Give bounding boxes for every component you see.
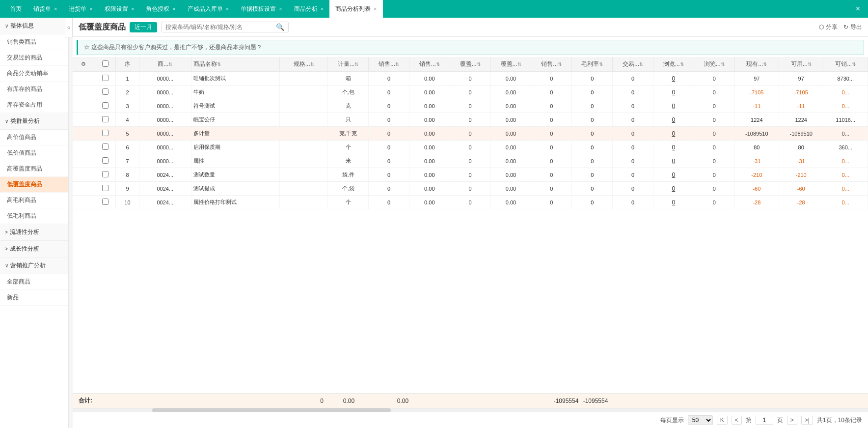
filter-recent-month-button[interactable]: 近一月 bbox=[130, 22, 157, 32]
th-check[interactable] bbox=[95, 57, 115, 72]
check-cell[interactable] bbox=[95, 196, 115, 209]
close-icon[interactable]: × bbox=[279, 6, 282, 12]
sidebar-item-low-coverage[interactable]: 低覆盖度商品 bbox=[0, 177, 68, 193]
row-checkbox[interactable] bbox=[102, 199, 108, 205]
nav-tab-template[interactable]: 单据模板设置 × bbox=[235, 0, 288, 18]
browse1-cell[interactable]: 0 bbox=[653, 196, 694, 209]
nav-tab-permission[interactable]: 权限设置 × bbox=[99, 0, 140, 18]
nav-tab-sales[interactable]: 销货单 × bbox=[27, 0, 63, 18]
sidebar-section-circulation[interactable]: > 流通性分析 bbox=[0, 224, 68, 241]
current-page-input[interactable] bbox=[756, 416, 773, 425]
check-cell[interactable] bbox=[95, 72, 115, 86]
browse1-cell[interactable]: 0 bbox=[653, 127, 694, 141]
sidebar-section-group[interactable]: ∨ 类群量分析 bbox=[0, 113, 68, 130]
sidebar-item-low-value[interactable]: 低价值商品 bbox=[0, 145, 68, 161]
close-icon[interactable]: × bbox=[54, 6, 57, 12]
sidebar-item-high-value[interactable]: 高价值商品 bbox=[0, 130, 68, 145]
export-button[interactable]: ↻ 导出 bbox=[843, 23, 862, 31]
nav-tab-analysis-list[interactable]: 商品分析列表 × bbox=[329, 0, 382, 18]
check-cell[interactable] bbox=[95, 141, 115, 154]
nav-tab-analysis[interactable]: 商品分析 × bbox=[288, 0, 329, 18]
close-icon[interactable]: × bbox=[374, 6, 377, 12]
browse1-cell[interactable]: 0 bbox=[653, 168, 694, 182]
sidebar-item-new-goods[interactable]: 新品 bbox=[0, 290, 68, 306]
share-button[interactable]: ⬡ 分享 bbox=[819, 23, 838, 31]
close-icon[interactable]: × bbox=[226, 6, 229, 12]
nav-tab-warehouse[interactable]: 产成品入库单 × bbox=[182, 0, 235, 18]
select-all-checkbox[interactable] bbox=[102, 60, 108, 67]
next-page-button[interactable]: > bbox=[787, 416, 797, 425]
prev-page-button[interactable]: < bbox=[732, 416, 742, 425]
sidebar-item-all-goods[interactable]: 全部商品 bbox=[0, 274, 68, 290]
sidebar-item-traded-goods[interactable]: 交易过的商品 bbox=[0, 50, 68, 66]
row-checkbox[interactable] bbox=[102, 143, 108, 150]
close-icon[interactable]: × bbox=[89, 6, 92, 12]
sidebar-item-high-coverage[interactable]: 高覆盖度商品 bbox=[0, 161, 68, 177]
row-checkbox[interactable] bbox=[102, 116, 108, 122]
browse1-cell[interactable]: 0 bbox=[653, 99, 694, 113]
check-cell[interactable] bbox=[95, 99, 115, 113]
sidebar-collapse-button[interactable]: « bbox=[65, 18, 73, 37]
row-checkbox[interactable] bbox=[102, 185, 108, 191]
close-all-button[interactable]: × bbox=[852, 2, 864, 15]
th-browse1[interactable]: 浏览...⇅ bbox=[653, 57, 694, 72]
row-checkbox[interactable] bbox=[102, 171, 108, 177]
sidebar-item-high-profit[interactable]: 高毛利商品 bbox=[0, 193, 68, 208]
th-spec[interactable]: 规格...⇅ bbox=[280, 57, 328, 72]
th-cover1[interactable]: 覆盖...⇅ bbox=[450, 57, 490, 72]
th-code[interactable]: 商...⇅ bbox=[139, 57, 191, 72]
sidebar-item-sales-goods[interactable]: 销售类商品 bbox=[0, 34, 68, 50]
row-checkbox[interactable] bbox=[102, 88, 108, 95]
close-icon[interactable]: × bbox=[172, 6, 175, 12]
th-settings[interactable]: ⚙ bbox=[73, 57, 95, 72]
th-sale-amt[interactable]: 销售...⇅ bbox=[409, 57, 450, 72]
nav-tab-home[interactable]: 首页 bbox=[4, 0, 27, 18]
sale-qty-cell: 0 bbox=[369, 182, 409, 196]
last-page-button[interactable]: >| bbox=[801, 416, 813, 425]
nav-tab-role[interactable]: 角色授权 × bbox=[140, 0, 181, 18]
row-checkbox[interactable] bbox=[102, 157, 108, 164]
browse1-cell[interactable]: 0 bbox=[653, 182, 694, 196]
browse1-cell[interactable]: 0 bbox=[653, 154, 694, 168]
check-cell[interactable] bbox=[95, 86, 115, 99]
browse1-cell[interactable]: 0 bbox=[653, 86, 694, 99]
first-page-button[interactable]: K bbox=[717, 416, 728, 425]
browse1-cell[interactable]: 0 bbox=[653, 72, 694, 86]
close-icon[interactable]: × bbox=[321, 6, 324, 12]
th-current[interactable]: 现有...⇅ bbox=[734, 57, 779, 72]
th-trans[interactable]: 交易...⇅ bbox=[613, 57, 653, 72]
check-cell[interactable] bbox=[95, 113, 115, 127]
th-gross[interactable]: 毛利率⇅ bbox=[572, 57, 613, 72]
th-sale4[interactable]: 可销...⇅ bbox=[823, 57, 868, 72]
settings-cell bbox=[73, 113, 95, 127]
search-input[interactable] bbox=[165, 24, 276, 30]
th-name[interactable]: 商品名称⇅ bbox=[191, 57, 280, 72]
browse1-cell[interactable]: 0 bbox=[653, 141, 694, 154]
table-container[interactable]: ⚙ 序 商...⇅ 商品名称⇅ 规格...⇅ 计量...⇅ 销售...⇅ 销售.… bbox=[73, 55, 868, 393]
nav-tab-purchase[interactable]: 进货单 × bbox=[63, 0, 98, 18]
page-size-select[interactable]: 50 20 100 200 bbox=[688, 415, 713, 425]
sidebar-section-growth[interactable]: > 成长性分析 bbox=[0, 241, 68, 257]
th-sale3[interactable]: 销售...⇅ bbox=[531, 57, 572, 72]
row-checkbox[interactable] bbox=[102, 75, 108, 81]
th-sale-qty[interactable]: 销售...⇅ bbox=[369, 57, 409, 72]
sidebar-section-overall[interactable]: ∨ 整体信息 bbox=[0, 18, 68, 34]
sidebar-item-stock-goods[interactable]: 有库存的商品 bbox=[0, 82, 68, 97]
th-cover2[interactable]: 覆盖...⇅ bbox=[490, 57, 531, 72]
sale4-cell: 0... bbox=[823, 168, 868, 182]
th-browse2[interactable]: 浏览...⇅ bbox=[694, 57, 734, 72]
close-icon[interactable]: × bbox=[131, 6, 134, 12]
check-cell[interactable] bbox=[95, 127, 115, 141]
sidebar-section-marketing[interactable]: ∨ 营销推广分析 bbox=[0, 257, 68, 274]
sidebar-item-low-profit[interactable]: 低毛利商品 bbox=[0, 208, 68, 224]
row-checkbox[interactable] bbox=[102, 102, 108, 109]
check-cell[interactable] bbox=[95, 154, 115, 168]
th-unit[interactable]: 计量...⇅ bbox=[328, 57, 369, 72]
row-checkbox[interactable] bbox=[102, 130, 108, 136]
check-cell[interactable] bbox=[95, 168, 115, 182]
sidebar-item-stock-fund[interactable]: 库存资金占用 bbox=[0, 97, 68, 113]
sidebar-item-category-rate[interactable]: 商品分类动销率 bbox=[0, 66, 68, 82]
browse1-cell[interactable]: 0 bbox=[653, 113, 694, 127]
check-cell[interactable] bbox=[95, 182, 115, 196]
th-avail[interactable]: 可用...⇅ bbox=[779, 57, 823, 72]
